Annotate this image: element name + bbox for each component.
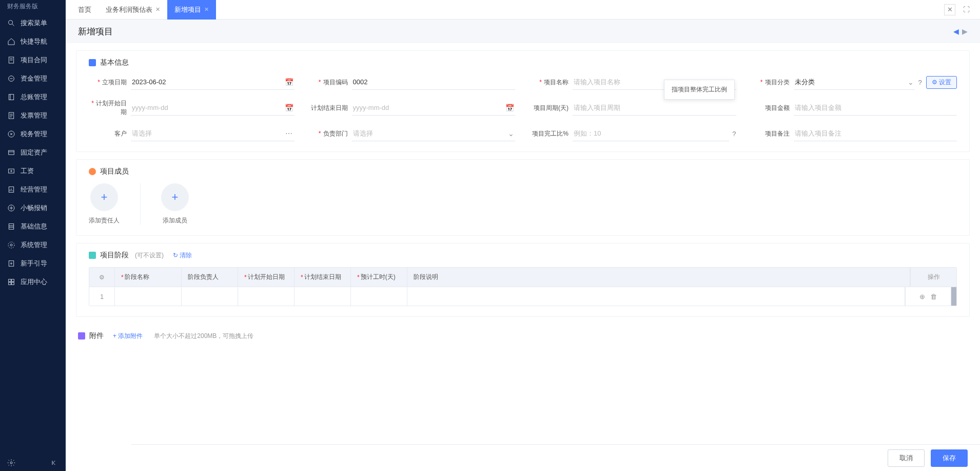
cell-desc[interactable]: [407, 287, 905, 306]
guide-icon: [7, 259, 15, 268]
sidebar-item-label: 工资: [21, 166, 34, 176]
col-end: 计划结束日期: [295, 268, 351, 287]
row-scrollbar[interactable]: [951, 287, 956, 306]
help-icon[interactable]: ?: [732, 130, 736, 138]
cell-hours[interactable]: [351, 287, 407, 306]
sidebar-item-base[interactable]: 基础信息: [0, 217, 66, 236]
sidebar-item-assets[interactable]: 固定资产: [0, 143, 66, 162]
stages-card: 项目阶段 (可不设置) 清除 ⚙ 阶段名称 阶段负责人 计划开始日期 计划结束日…: [76, 243, 970, 317]
svg-rect-10: [9, 150, 14, 155]
close-panel-icon[interactable]: ✕: [944, 4, 955, 15]
sidebar-item-label: 搜索菜单: [21, 18, 47, 28]
cell-end[interactable]: [295, 287, 351, 306]
cancel-button[interactable]: 取消: [888, 449, 925, 467]
tab-profit[interactable]: 业务利润预估表✕: [99, 0, 167, 20]
svg-rect-24: [9, 282, 11, 285]
input-remark[interactable]: [794, 126, 957, 141]
section-basic-head: 基本信息: [89, 58, 957, 67]
stages-hint: (可不设置): [135, 251, 164, 260]
label-name: 项目名称: [531, 78, 573, 87]
col-gear[interactable]: ⚙: [89, 268, 115, 287]
cell-owner[interactable]: [182, 287, 238, 306]
tab-home[interactable]: 首页: [71, 0, 99, 20]
prev-arrow-icon[interactable]: ◀: [953, 27, 959, 35]
help-icon[interactable]: ?: [918, 79, 922, 86]
input-create-date[interactable]: [131, 74, 295, 90]
sidebar-item-label: 资金管理: [21, 74, 47, 83]
select-customer[interactable]: [131, 126, 295, 141]
svg-point-26: [10, 462, 12, 464]
svg-rect-6: [9, 95, 13, 100]
sidebar-item-label: 税务管理: [21, 129, 47, 139]
sidebar-item-reimburse[interactable]: 小畅报销: [0, 199, 66, 217]
sidebar-item-quicknav[interactable]: 快捷导航: [0, 32, 66, 51]
col-hours: 预计工时(天): [351, 268, 407, 287]
sidebar-item-tax[interactable]: 税务管理: [0, 125, 66, 143]
add-row-icon[interactable]: ⊕: [919, 293, 925, 300]
sidebar-item-ledger[interactable]: 总账管理: [0, 88, 66, 106]
cell-start[interactable]: [238, 287, 295, 306]
delete-row-icon[interactable]: 🗑: [930, 293, 937, 300]
label-dept: 负责部门: [310, 129, 352, 138]
sidebar-item-label: 应用中心: [21, 277, 47, 287]
svg-line-1: [12, 24, 14, 26]
col-owner: 阶段负责人: [182, 268, 238, 287]
label-category: 项目分类: [752, 78, 794, 87]
row-index: 1: [89, 287, 115, 306]
section-title: 附件: [89, 331, 104, 341]
input-complete[interactable]: [573, 126, 729, 141]
input-amount[interactable]: [794, 100, 957, 116]
sidebar-item-label: 快捷导航: [21, 37, 47, 46]
gear-icon: [7, 241, 15, 249]
asset-icon: [7, 148, 15, 157]
attach-card: 附件 + 添加附件 单个大小不超过200MB，可拖拽上传: [76, 324, 970, 358]
label-remark: 项目备注: [752, 129, 794, 138]
select-dept[interactable]: [352, 126, 516, 141]
tab-new-project[interactable]: 新增项目✕: [167, 0, 216, 20]
book-icon: [7, 93, 15, 101]
basic-info-card: 基本信息 立项日期 📅 项目编码 项目名称: [76, 50, 970, 152]
sidebar-item-contract[interactable]: 项目合同: [0, 51, 66, 69]
add-attachment-link[interactable]: + 添加附件: [113, 332, 143, 341]
sidebar-item-search[interactable]: 搜索菜单: [0, 14, 66, 32]
sidebar-item-operation[interactable]: 经营管理: [0, 180, 66, 199]
field-code: 项目编码: [310, 74, 516, 90]
close-icon[interactable]: ✕: [204, 6, 209, 13]
sidebar-item-label: 小畅报销: [21, 203, 47, 213]
sidebar-item-salary[interactable]: 工资: [0, 162, 66, 180]
receipt-icon: [7, 111, 15, 120]
sidebar-item-system[interactable]: 系统管理: [0, 236, 66, 254]
tab-label: 新增项目: [174, 5, 201, 14]
svg-point-18: [10, 244, 12, 246]
sidebar-item-label: 项目合同: [21, 55, 47, 65]
next-arrow-icon[interactable]: ▶: [962, 27, 968, 35]
input-plan-start[interactable]: [131, 100, 295, 116]
input-code[interactable]: [352, 74, 516, 90]
input-plan-end[interactable]: [352, 100, 516, 116]
stages-clear-link[interactable]: 清除: [173, 251, 192, 260]
sidebar-item-appcenter[interactable]: 应用中心: [0, 273, 66, 291]
settings-icon[interactable]: [7, 459, 15, 467]
category-set-button[interactable]: ⚙ 设置: [926, 76, 957, 89]
save-button[interactable]: 保存: [931, 449, 968, 467]
sidebar-item-guide[interactable]: 新手引导: [0, 254, 66, 273]
collapse-icon[interactable]: [50, 459, 58, 467]
add-owner-button[interactable]: +: [90, 183, 118, 211]
add-member-button[interactable]: +: [161, 183, 189, 211]
select-category[interactable]: [794, 74, 915, 90]
section-icon: [89, 59, 96, 66]
stages-header-row: ⚙ 阶段名称 阶段负责人 计划开始日期 计划结束日期 预计工时(天) 阶段说明 …: [89, 268, 956, 287]
cell-name[interactable]: [115, 287, 182, 306]
sidebar-item-funds[interactable]: 资金管理: [0, 69, 66, 88]
sidebar-item-label: 经营管理: [21, 185, 47, 194]
sidebar-item-invoice[interactable]: 发票管理: [0, 106, 66, 125]
fullscreen-icon[interactable]: ⛶: [961, 4, 972, 15]
table-row[interactable]: 1 ⊕ 🗑: [89, 287, 956, 306]
input-period[interactable]: [573, 100, 736, 116]
close-icon[interactable]: ✕: [155, 6, 160, 13]
wallet-icon: [7, 74, 15, 83]
label-period: 项目周期(天): [531, 104, 573, 112]
stages-table: ⚙ 阶段名称 阶段负责人 计划开始日期 计划结束日期 预计工时(天) 阶段说明 …: [89, 267, 957, 306]
tab-label: 首页: [78, 5, 91, 14]
add-owner-label: 添加责任人: [89, 216, 120, 225]
